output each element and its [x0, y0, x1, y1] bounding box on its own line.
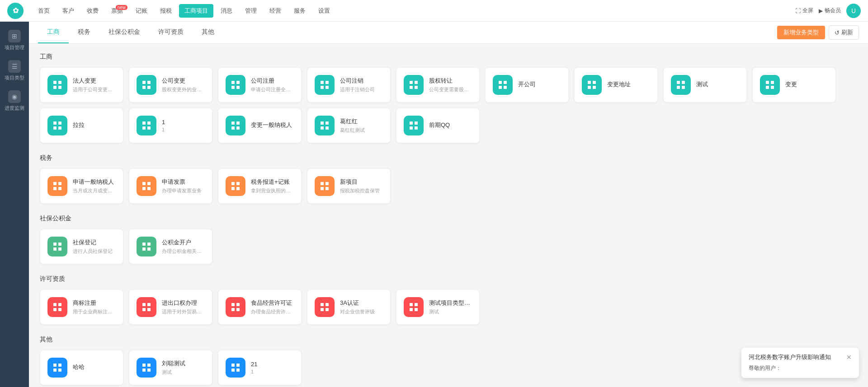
card-icon-3-2 [226, 297, 245, 317]
card-3-1[interactable]: 进出口权办理适用于对外贸易经营者 [129, 289, 212, 325]
card-1-3[interactable]: 新项目报税加税控盘保管 [307, 168, 391, 204]
svg-rect-109 [236, 364, 240, 367]
card-4-0[interactable]: 哈哈 [40, 350, 123, 385]
tab-shebao[interactable]: 社保公积金 [99, 22, 149, 43]
svg-rect-60 [142, 182, 146, 185]
svg-rect-100 [53, 364, 57, 367]
svg-rect-68 [321, 182, 324, 185]
card-icon-0-0 [47, 75, 67, 95]
card-icon-3-3 [315, 297, 335, 317]
nav-item-service[interactable]: 服务 [288, 4, 311, 18]
card-0-5[interactable]: 开公司 [485, 67, 569, 103]
nav-logo[interactable]: ✿ [7, 3, 24, 19]
card-3-2[interactable]: 食品经营许可证办理食品经营许可证 [218, 289, 302, 325]
card-info-0-10: 11 [162, 119, 205, 132]
svg-rect-47 [236, 126, 240, 130]
nav-right: ⛶ 全屏 ▶ 畅会员 U [795, 4, 861, 18]
card-0-6[interactable]: 变更地址 [574, 67, 658, 103]
svg-rect-73 [58, 242, 61, 246]
card-info-1-0: 申请一般纳税人当月或次月成变更完成 [73, 178, 116, 194]
svg-rect-59 [58, 187, 61, 190]
refresh-button[interactable]: ↺ 刷新 [829, 25, 859, 40]
tab-xukei[interactable]: 许可资质 [149, 22, 193, 43]
card-icon-0-3 [315, 75, 335, 95]
card-icon-0-4 [404, 75, 424, 95]
card-1-0[interactable]: 申请一般纳税人当月或次月成变更完成 [40, 168, 123, 204]
card-name-4-2: 21 [251, 361, 294, 368]
card-0-13[interactable]: 前期QQ [396, 108, 480, 143]
nav-item-operate[interactable]: 经营 [264, 4, 287, 18]
card-name-4-1: 刘聪测试 [162, 359, 205, 368]
fullscreen-button[interactable]: ⛶ 全屏 [795, 7, 813, 14]
svg-rect-111 [236, 368, 240, 372]
card-0-4[interactable]: 股权转让公司变更需要股权转让 [396, 67, 480, 103]
card-0-9[interactable]: 拉拉 [40, 108, 123, 143]
card-2-1[interactable]: 公积金开户办理公积金相关业务 [129, 229, 212, 264]
card-name-3-4: 测试项目类型目定义 [429, 299, 472, 307]
card-1-1[interactable]: 申请发票办理申请发票业务 [129, 168, 212, 204]
nav-item-client[interactable]: 客户 [57, 4, 80, 18]
nav-item-tax[interactable]: 报税 [155, 4, 177, 18]
svg-rect-50 [321, 126, 324, 130]
card-0-12[interactable]: 葛红红葛红红测试 [307, 108, 391, 143]
svg-rect-28 [677, 81, 680, 84]
card-info-0-6: 变更地址 [607, 80, 650, 90]
card-4-1[interactable]: 刘聪测试测试 [129, 350, 212, 385]
card-info-1-2: 税务报道+记账拿到营业执照的新公司 [251, 178, 294, 194]
cards-grid-0: 法人变更适用于公司变更法人 公司变更股权变更外的业务变更 公司注册申请公司注册全… [40, 67, 857, 143]
card-0-8[interactable]: 变更 [752, 67, 836, 103]
nav-item-fee[interactable]: 收费 [81, 4, 104, 18]
svg-rect-85 [147, 303, 151, 306]
card-name-0-8: 变更 [785, 80, 828, 89]
card-0-10[interactable]: 11 [129, 108, 212, 143]
card-info-0-11: 变更一般纳税人 [251, 121, 294, 131]
nav-item-manage[interactable]: 管理 [240, 4, 262, 18]
svg-rect-4 [142, 81, 146, 84]
card-info-1-1: 申请发票办理申请发票业务 [162, 178, 205, 194]
card-1-2[interactable]: 税务报道+记账拿到营业执照的新公司 [218, 168, 302, 204]
card-0-11[interactable]: 变更一般纳税人 [218, 108, 302, 143]
card-4-2[interactable]: 211 [218, 350, 302, 385]
card-0-0[interactable]: 法人变更适用于公司变更法人 [40, 67, 123, 103]
card-info-0-1: 公司变更股权变更外的业务变更 [162, 77, 205, 93]
svg-rect-22 [499, 86, 502, 89]
card-name-1-2: 税务报道+记账 [251, 178, 294, 186]
svg-rect-105 [147, 364, 151, 367]
nav-item-home[interactable]: 首页 [33, 4, 55, 18]
card-desc-1-3: 报税加税控盘保管 [340, 187, 383, 194]
avatar[interactable]: U [846, 4, 861, 18]
card-3-0[interactable]: 商标注册用于企业商标注册服务 [40, 289, 123, 325]
card-0-3[interactable]: 公司注销适用于注销公司 [307, 67, 391, 103]
vip-button[interactable]: ▶ 畅会员 [819, 7, 841, 14]
cards-grid-3: 商标注册用于企业商标注册服务 进出口权办理适用于对外贸易经营者 食品经营许可证办… [40, 289, 857, 325]
card-0-2[interactable]: 公司注册申请公司注册全流程 [218, 67, 302, 103]
vip-icon: ▶ [819, 8, 823, 14]
card-name-0-3: 公司注销 [340, 77, 383, 85]
card-2-0[interactable]: 社保登记进行人员社保登记 [40, 229, 123, 264]
card-name-2-1: 公积金开户 [162, 238, 205, 247]
sidebar-item-progress-monitor[interactable]: ◉ 进度监测 [0, 86, 29, 116]
nav-item-settings[interactable]: 设置 [313, 4, 335, 18]
new-type-button[interactable]: 新增业务类型 [777, 26, 825, 39]
card-3-3[interactable]: 3A认证对企业信誉评级 [307, 289, 391, 325]
nav-item-message[interactable]: 消息 [215, 4, 238, 18]
tab-gongshang[interactable]: 工商 [38, 22, 69, 43]
nav-item-ticket[interactable]: 票据 new [106, 4, 128, 18]
sidebar-item-project-type[interactable]: ☰ 项目类型 [0, 56, 29, 86]
card-0-7[interactable]: 测试 [663, 67, 747, 103]
tab-qita[interactable]: 其他 [193, 22, 223, 43]
tab-shuiwu[interactable]: 税务 [69, 22, 99, 43]
card-icon-1-3 [315, 176, 335, 196]
svg-rect-45 [236, 121, 240, 125]
notif-close-button[interactable]: ✕ [846, 354, 852, 361]
card-name-1-3: 新项目 [340, 178, 383, 186]
card-3-4[interactable]: 测试项目类型目定义测试 [396, 289, 480, 325]
sidebar-item-project-manage[interactable]: ⊞ 项目管理 [0, 25, 29, 56]
nav-item-bookkeeping[interactable]: 记账 [130, 4, 153, 18]
svg-rect-91 [236, 308, 240, 311]
card-0-1[interactable]: 公司变更股权变更外的业务变更 [129, 67, 212, 103]
card-icon-0-9 [47, 116, 67, 135]
section-title-2: 社保公积金 [40, 214, 857, 223]
card-info-2-0: 社保登记进行人员社保登记 [73, 238, 116, 255]
nav-item-bizproject[interactable]: 工商项目 [179, 4, 213, 18]
